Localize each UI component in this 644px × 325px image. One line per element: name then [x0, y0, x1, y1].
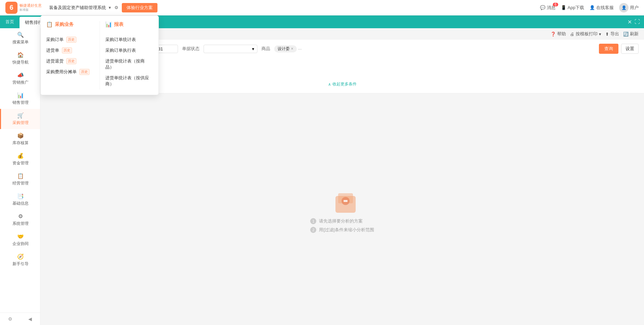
sidebar-item-finance[interactable]: 💰 资金管理	[0, 149, 40, 169]
header-system: 装备及固定资产辅助管理系统 ▾ ⚙ 体验行业方案	[46, 3, 540, 12]
tip-num-1: 1	[310, 218, 316, 224]
user-label: 用户	[630, 5, 639, 11]
empty-tips: 1 请先选择要分析的方案 2 用[过滤]条件来缩小分析范围	[310, 218, 374, 233]
sidebar-quicknav-label: 快捷导航	[12, 59, 29, 65]
logo-icon: 6	[5, 2, 17, 14]
sidebar-item-enterprise[interactable]: 🤝 企业协同	[0, 230, 40, 250]
sidebar-item-basicinfo[interactable]: 📑 基础信息	[0, 190, 40, 210]
system-dropdown-btn[interactable]: ▾	[109, 5, 111, 10]
empty-state: 1 请先选择要分析的方案 2 用[过滤]条件来缩小分析范围	[40, 93, 644, 325]
report-col-title: 📊 报表	[105, 21, 153, 30]
goods-tag-close[interactable]: ×	[291, 46, 293, 51]
purchase-expense-item[interactable]: 采购费用分摊单 历史	[46, 67, 94, 77]
sidebar-item-operations[interactable]: 📋 经营管理	[0, 169, 40, 190]
voucher-status-select[interactable]: ▾	[204, 45, 257, 53]
help-icon: ❓	[550, 32, 556, 37]
purchase-order-item[interactable]: 采购订单 历史	[46, 34, 94, 45]
empty-tip-2: 2 用[过滤]条件来缩小分析范围	[310, 227, 374, 233]
refresh-btn[interactable]: 🔄 刷新	[623, 31, 639, 37]
app-download-btn[interactable]: 📱 App下载	[561, 5, 584, 11]
home-icon: 🏠	[17, 52, 24, 58]
export-btn[interactable]: ⬆ 导出	[605, 31, 619, 37]
tab-expand-action[interactable]: ⛶	[635, 19, 640, 25]
message-icon: 💬	[540, 5, 545, 10]
report-order-stats-item[interactable]: 采购订单统计表	[105, 34, 153, 45]
sidebar-item-system[interactable]: ⚙ 系统管理	[0, 210, 40, 230]
purchase-return-item[interactable]: 进货退货 历史	[46, 56, 94, 67]
sidebar-inventory-label: 库存核算	[12, 140, 29, 146]
sidebar-marketing-label: 营销推广	[12, 80, 29, 85]
sidebar-item-guide[interactable]: 🧭 新手引导	[0, 250, 40, 270]
avatar: 👤	[619, 3, 629, 12]
filter-actions: 查询 设置	[599, 44, 639, 54]
report-col: 📊 报表 采购订单统计表 采购订单执行表 进货单统计表（按商品） 进货单统计表（…	[100, 21, 159, 89]
report-order-exec-item[interactable]: 采购订单执行表	[105, 45, 153, 56]
finance-icon: 💰	[17, 153, 24, 159]
tip-num-2: 2	[310, 227, 316, 233]
help-label: 帮助	[557, 31, 566, 37]
print-dropdown-icon[interactable]: ▾	[599, 32, 601, 37]
report-inbound-goods-item[interactable]: 进货单统计表（按商品）	[105, 56, 153, 73]
online-service-btn[interactable]: 👤 在线客服	[589, 5, 614, 11]
report-order-stats-label: 采购订单统计表	[105, 37, 136, 43]
tab-home[interactable]: 首页	[0, 15, 20, 28]
goods-tag-text: 设计委	[278, 46, 290, 52]
settings-btn[interactable]: 设置	[621, 44, 639, 54]
collapse-icon: ∧	[328, 82, 331, 87]
svg-rect-3	[344, 200, 348, 202]
enterprise-icon: 🤝	[17, 233, 24, 240]
purchase-expense-label: 采购费用分摊单	[46, 69, 77, 75]
sidebar-item-purchase[interactable]: 🛒 采购管理	[0, 109, 40, 129]
user-btn[interactable]: 👤 用户	[619, 3, 639, 12]
print-btn[interactable]: 🖨 按模板打印 ▾	[570, 31, 601, 37]
purchase-order-history-tag: 历史	[66, 37, 76, 43]
sidebar-item-marketing[interactable]: 📣 营销推广	[0, 69, 40, 89]
query-btn[interactable]: 查询	[599, 44, 618, 54]
notification-badge: 6	[553, 3, 558, 6]
tab-close-action[interactable]: ✕	[628, 19, 632, 25]
purchase-inbound-label: 进货单	[46, 47, 59, 53]
report-inbound-goods-label: 进货单统计表（按商品）	[105, 58, 153, 70]
purchase-return-label: 进货退货	[46, 58, 64, 64]
sidebar-system-label: 系统管理	[12, 221, 29, 227]
report-col-title-text: 报表	[114, 22, 123, 28]
goods-more-btn[interactable]: ···	[298, 46, 302, 51]
purchase-inbound-history-tag: 历史	[62, 47, 72, 53]
purchase-expense-history-tag: 历史	[79, 69, 90, 75]
print-label: 按模板打印	[576, 31, 598, 37]
sidebar-settings-btn[interactable]: ⚙	[8, 316, 12, 322]
sidebar-enterprise-label: 企业协同	[12, 241, 29, 247]
voucher-status-dropdown-icon: ▾	[252, 46, 254, 51]
purchase-dropdown-menu: 📋 采购业务 采购订单 历史 进货单 历史 进货退货 历史 采购费用分摊单 历史	[40, 15, 159, 95]
help-btn[interactable]: ❓ 帮助	[550, 31, 566, 37]
goods-label: 商品	[261, 46, 270, 52]
refresh-label: 刷新	[630, 31, 639, 37]
sidebar-item-sales[interactable]: 📊 销售管理	[0, 89, 40, 109]
inventory-icon: 📦	[17, 132, 24, 139]
app-download-label: App下载	[568, 5, 584, 11]
sidebar-item-search[interactable]: 🔍 搜索菜单	[0, 28, 40, 48]
sidebar: 🔍 搜索菜单 🏠 快捷导航 📣 营销推广 📊 销售管理 🛒 采购管理 📦	[0, 28, 40, 325]
header-right: 💬 消息 6 📱 App下载 👤 在线客服 👤 用户	[540, 3, 639, 12]
logo: 6 畅捷通好生意 标准版	[5, 2, 46, 14]
notification-btn[interactable]: 💬 消息 6	[540, 5, 556, 11]
purchase-col-title: 📋 采购业务	[46, 21, 94, 30]
purchase-return-history-tag: 历史	[66, 58, 76, 64]
refresh-icon: 🔄	[623, 32, 629, 37]
report-inbound-supplier-item[interactable]: 进货单统计表（按供应商）	[105, 73, 153, 89]
settings-icon[interactable]: ⚙	[114, 5, 118, 10]
export-label: 导出	[610, 31, 619, 37]
sidebar-collapse-btn[interactable]: ◀	[28, 316, 32, 322]
industry-btn[interactable]: 体验行业方案	[122, 3, 157, 12]
purchase-inbound-item[interactable]: 进货单 历史	[46, 45, 94, 56]
sidebar-guide-label: 新手引导	[12, 261, 29, 267]
logo-text: 畅捷通好生意	[20, 3, 42, 8]
sidebar-item-inventory[interactable]: 📦 库存核算	[0, 129, 40, 149]
sidebar-search-label: 搜索菜单	[12, 39, 29, 45]
logo-badge: 标准版	[20, 8, 42, 12]
tip-text-2: 用[过滤]条件来缩小分析范围	[319, 227, 374, 233]
sidebar-item-quicknav[interactable]: 🏠 快捷导航	[0, 48, 40, 69]
purchase-col-title-text: 采购业务	[55, 22, 74, 28]
search-icon: 🔍	[17, 32, 24, 38]
sidebar-finance-label: 资金管理	[12, 160, 29, 166]
